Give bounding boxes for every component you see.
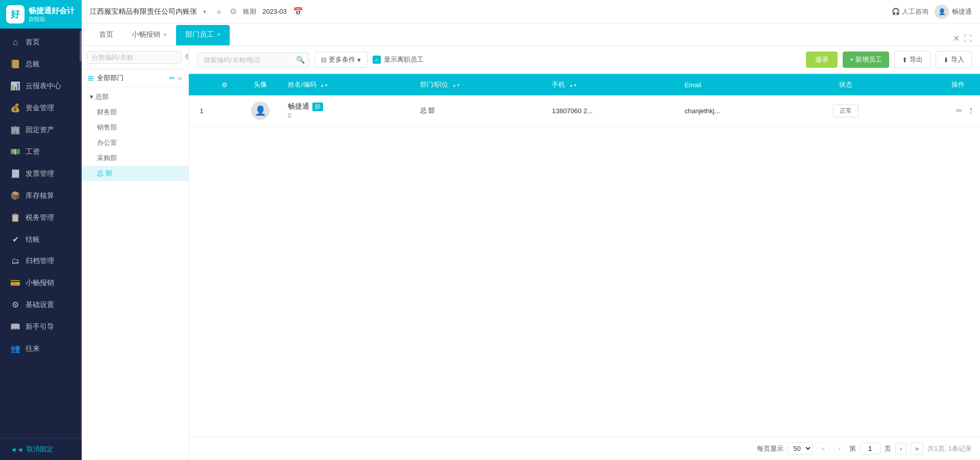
- dept-child-purchase-label: 采购部: [97, 154, 117, 162]
- sidebar-item-contacts[interactable]: 👥 往来: [0, 338, 82, 360]
- user-menu[interactable]: 👤 畅捷通: [935, 5, 972, 19]
- invite-button[interactable]: 邀请: [806, 52, 838, 68]
- import-icon: ⬇: [943, 56, 949, 64]
- page-next-button[interactable]: ›: [895, 443, 906, 454]
- sidebar-item-assets[interactable]: 🏢 固定资产: [0, 119, 82, 141]
- col-dept-position[interactable]: 部门/职位 ▲▼: [413, 74, 545, 95]
- company-dropdown-button[interactable]: ▾: [203, 8, 206, 15]
- employee-table: ⚙ 头像 姓名/编码 ▲▼ 部门/职位 ▲▼ 手机: [189, 74, 980, 126]
- pagination-bar: 每页显示 50 « ‹ 第 页 › » 共1页, 1条记录: [189, 437, 980, 460]
- row-email-cell: chanjethkj...: [677, 95, 797, 126]
- dept-search-button[interactable]: 🔍: [185, 54, 189, 62]
- employee-search-input[interactable]: [202, 53, 296, 67]
- col-settings[interactable]: ⚙: [214, 74, 240, 95]
- sidebar-item-tax[interactable]: 📋 税务管理: [0, 207, 82, 228]
- calendar-icon[interactable]: 📅: [293, 7, 303, 16]
- tax-icon: 📋: [10, 213, 20, 222]
- dept-child-office[interactable]: 办公室: [82, 135, 188, 150]
- sidebar-item-ledger[interactable]: 📒 总账: [0, 53, 82, 75]
- tab-dept-staff-close[interactable]: ×: [217, 31, 220, 38]
- sidebar-item-label: 库存核算: [26, 191, 54, 200]
- guide-icon: 📖: [10, 322, 20, 331]
- assets-icon: 🏢: [10, 125, 20, 135]
- tab-expense-label: 小畅报销: [132, 30, 160, 39]
- dept-child-purchase[interactable]: 采购部: [82, 150, 188, 166]
- tab-home[interactable]: 首页: [90, 25, 122, 45]
- tab-dept-staff[interactable]: 部门员工 ×: [176, 25, 230, 45]
- settings-icon: ⚙: [10, 300, 20, 310]
- add-employee-button[interactable]: + 新增员工: [843, 52, 889, 68]
- period-value: 2023-03: [262, 8, 287, 15]
- dept-left-panel: 🔍 ⊞ 全部部门 ✏ « ▾ 总部 财务部 销售部: [82, 46, 189, 460]
- sidebar-item-settlement[interactable]: ✔ 结账: [0, 228, 82, 250]
- page-last-button[interactable]: »: [911, 443, 923, 454]
- sidebar-item-invoice[interactable]: 🧾 发票管理: [0, 163, 82, 185]
- dept-all-header: ⊞ 全部部门 ✏ «: [82, 69, 188, 87]
- import-button[interactable]: ⬇ 导入: [936, 51, 972, 68]
- filter-icon: ⊟: [321, 56, 327, 64]
- page-prev-button[interactable]: ‹: [834, 443, 845, 454]
- sidebar-item-expense[interactable]: 💳 小畅报销: [0, 272, 82, 294]
- sidebar-item-label: 工资: [26, 147, 40, 157]
- dept-collapse-button[interactable]: «: [178, 74, 182, 82]
- dept-child-sales-label: 销售部: [97, 123, 117, 131]
- sidebar-item-label: 云报表中心: [26, 82, 61, 91]
- sidebar-item-label: 税务管理: [26, 213, 54, 222]
- export-icon: ⬆: [902, 56, 908, 64]
- emp-name-text: 畅捷通: [288, 102, 309, 111]
- page-first-button[interactable]: «: [817, 443, 829, 454]
- sidebar-item-funds[interactable]: 💰 资金管理: [0, 97, 82, 119]
- settlement-icon: ✔: [10, 235, 20, 244]
- page-size-select[interactable]: 50: [788, 442, 813, 455]
- company-settings-button[interactable]: ⚙: [230, 7, 237, 16]
- col-name-code[interactable]: 姓名/编码 ▲▼: [281, 74, 413, 95]
- sidebar-nav: ⌂ 首页 📒 总账 📊 云报表中心 💰 资金管理 🏢 固定资产 💵 工资 🧾 发…: [0, 29, 82, 438]
- service-button[interactable]: 🎧 人工咨询: [892, 7, 928, 16]
- export-label: 导出: [910, 55, 923, 64]
- logout-icon[interactable]: ⤴: [969, 107, 973, 115]
- tab-close-button[interactable]: ✕: [953, 34, 960, 43]
- sidebar-scrollbar-thumb: [80, 31, 82, 61]
- sidebar-logo[interactable]: 好 畅捷通好会计 旗舰版: [0, 0, 82, 29]
- filter-label: 更多条件: [329, 55, 355, 64]
- emp-tag-badge: 部: [312, 103, 323, 111]
- tab-expense-close[interactable]: ×: [163, 31, 167, 38]
- tab-expense[interactable]: 小畅报销 ×: [122, 25, 176, 45]
- dept-child-sales[interactable]: 销售部: [82, 120, 188, 135]
- filter-more-button[interactable]: ⊟ 更多条件 ▾: [314, 52, 368, 68]
- sidebar-item-archive[interactable]: 🗂 归档管理: [0, 250, 82, 272]
- page-input[interactable]: [860, 443, 880, 454]
- sidebar-item-guide[interactable]: 📖 新手引导: [0, 316, 82, 338]
- emp-code-text: 0: [288, 112, 406, 119]
- tab-maximize-button[interactable]: ⛶: [964, 34, 972, 43]
- sidebar-item-inventory[interactable]: 📦 库存核算: [0, 185, 82, 207]
- sidebar-item-settings[interactable]: ⚙ 基础设置: [0, 294, 82, 316]
- col-index: [189, 74, 214, 95]
- page-unit: 页: [885, 444, 891, 453]
- dept-add-button[interactable]: ✏: [169, 74, 175, 82]
- sidebar-footer[interactable]: ◄◄ 取消固定: [0, 438, 82, 460]
- sidebar-item-label: 往来: [26, 344, 40, 353]
- add-company-button[interactable]: ＋: [214, 6, 224, 18]
- sidebar-item-salary[interactable]: 💵 工资: [0, 141, 82, 163]
- archive-icon: 🗂: [10, 257, 20, 266]
- pin-icon: ◄◄: [10, 446, 23, 453]
- content-area: 🔍 ⊞ 全部部门 ✏ « ▾ 总部 财务部 销售部: [82, 46, 980, 460]
- row-actions-cell: ✏ ⤴: [894, 95, 980, 126]
- show-resigned-checkbox[interactable]: ✓ 显示离职员工: [373, 55, 424, 64]
- export-button[interactable]: ⬆ 导出: [894, 51, 930, 68]
- col-email: Email: [677, 74, 797, 95]
- sidebar-item-home[interactable]: ⌂ 首页: [0, 32, 82, 53]
- sidebar-item-reports[interactable]: 📊 云报表中心: [0, 75, 82, 97]
- dept-search-input[interactable]: [87, 51, 182, 64]
- dept-child-finance[interactable]: 财务部: [82, 105, 188, 120]
- dept-child-general[interactable]: 总 部: [82, 166, 188, 181]
- table-row: 1 👤 畅捷通 部: [189, 95, 980, 126]
- sidebar-logo-text-wrap: 畅捷通好会计 旗舰版: [29, 6, 75, 23]
- tab-dept-staff-label: 部门员工: [185, 30, 214, 39]
- dept-group-zongbu[interactable]: ▾ 总部: [82, 89, 188, 105]
- edit-icon[interactable]: ✏: [956, 106, 963, 115]
- col-phone[interactable]: 手机 ▲▼: [545, 74, 677, 95]
- col-avatar: 头像: [240, 74, 281, 95]
- app-logo-icon: 好: [6, 5, 24, 23]
